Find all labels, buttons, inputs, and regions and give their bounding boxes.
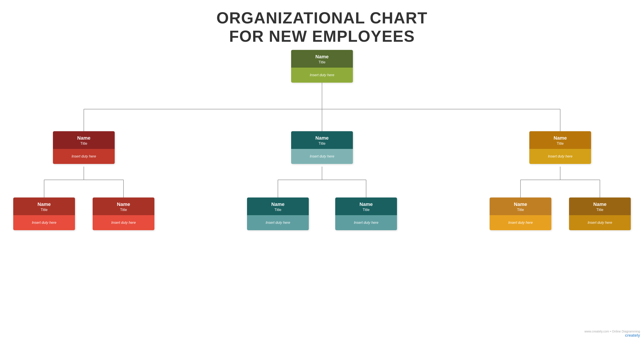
page-title: ORGANIZATIONAL CHART FOR NEW EMPLOYEES	[0, 0, 644, 50]
node-l1-right: Name Title Insert duty here	[529, 131, 591, 164]
watermark: www.creately.com • Online Diagramming cr…	[584, 330, 640, 338]
node-l2-ll: Name Title Insert duty here	[13, 198, 75, 230]
node-l1-left: Name Title Insert duty here	[53, 131, 115, 164]
node-l2-rl: Name Title Insert duty here	[490, 198, 551, 230]
node-l2-cr: Name Title Insert duty here	[335, 198, 397, 230]
node-root: Name Title Insert duty here	[291, 50, 353, 83]
node-l2-rr: Name Title Insert duty here	[569, 198, 631, 230]
node-l2-lr: Name Title Insert duty here	[93, 198, 154, 230]
node-l2-cl: Name Title Insert duty here	[247, 198, 309, 230]
node-l1-center: Name Title Insert duty here	[291, 131, 353, 164]
org-chart: Name Title Insert duty here	[0, 50, 644, 281]
